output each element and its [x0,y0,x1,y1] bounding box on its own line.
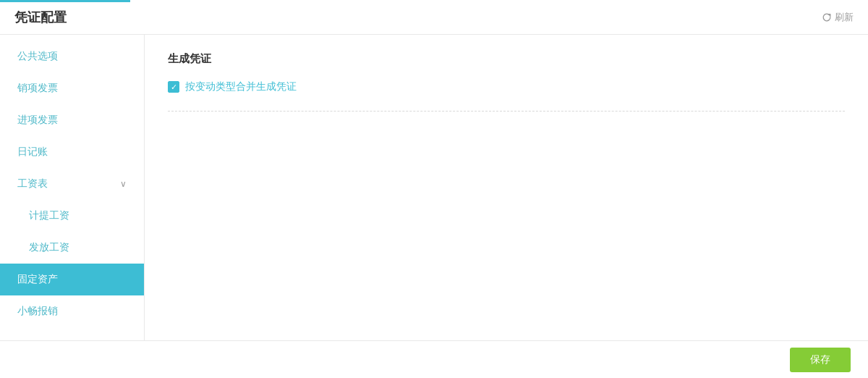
footer: 保存 [0,340,868,378]
section-title: 生成凭证 [168,52,845,66]
sidebar-item-public-options[interactable]: 公共选项 [0,41,144,72]
sidebar-item-purchase-invoice[interactable]: 进项发票 [0,104,144,136]
sidebar-item-journal[interactable]: 日记账 [0,136,144,168]
sidebar-label-purchase-invoice: 进项发票 [17,114,58,127]
refresh-label: 刷新 [835,11,854,24]
sidebar-label-sales-invoice: 销项发票 [17,82,58,95]
sidebar-label-petty-expense: 小畅报销 [17,305,58,318]
refresh-button[interactable]: 刷新 [822,11,854,24]
main-layout: 公共选项 销项发票 进项发票 日记账 工资表 ∨ 计提工资 发放工资 固定资产 … [0,35,868,378]
save-button[interactable]: 保存 [790,348,851,372]
sidebar-item-distribute-payroll[interactable]: 发放工资 [0,232,144,264]
sidebar-label-payroll-table: 工资表 [17,177,48,190]
sidebar-item-calc-payroll[interactable]: 计提工资 [0,200,144,232]
sidebar-label-journal: 日记账 [17,146,48,159]
content-area: 生成凭证 ✓ 按变动类型合并生成凭证 [145,35,868,378]
sidebar-label-distribute-payroll: 发放工资 [29,241,69,254]
checkbox-label: 按变动类型合并生成凭证 [185,80,297,93]
page-header: 凭证配置 刷新 [0,0,868,35]
sidebar-label-fixed-assets: 固定资产 [17,273,58,286]
refresh-icon [822,12,832,22]
sidebar: 公共选项 销项发票 进项发票 日记账 工资表 ∨ 计提工资 发放工资 固定资产 … [0,35,145,378]
sidebar-label-calc-payroll: 计提工资 [29,209,69,222]
sidebar-item-fixed-assets[interactable]: 固定资产 [0,264,144,295]
page-title: 凭证配置 [14,9,67,26]
sidebar-item-sales-invoice[interactable]: 销项发票 [0,72,144,104]
sidebar-item-payroll-table[interactable]: 工资表 ∨ [0,168,144,200]
sidebar-item-petty-expense[interactable]: 小畅报销 [0,295,144,327]
checkmark-icon: ✓ [171,83,177,91]
sidebar-label-public-options: 公共选项 [17,50,58,63]
section-divider [168,111,845,112]
merge-checkbox[interactable]: ✓ [168,81,179,93]
chevron-down-icon: ∨ [120,179,127,189]
checkbox-row: ✓ 按变动类型合并生成凭证 [168,80,845,93]
